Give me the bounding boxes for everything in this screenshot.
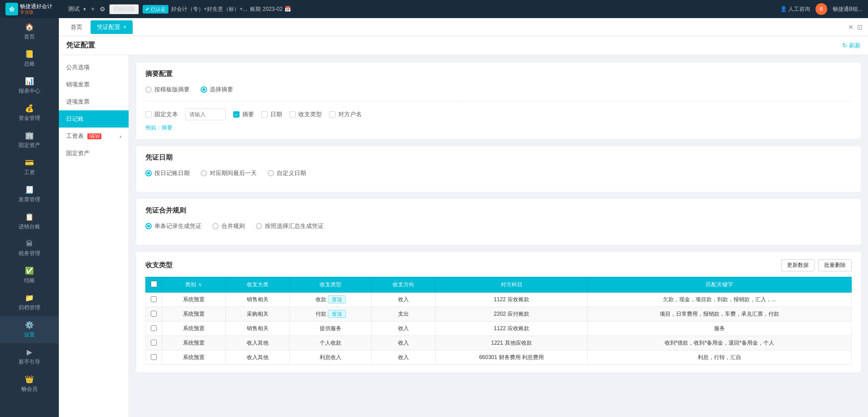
table-row: 系统预置 收入其他 利息收入 收入 660301 财务费用 利息费用 利息，行转… xyxy=(146,351,852,365)
header-icons: ＋ ⚙ xyxy=(90,5,106,13)
radio-merge-rule[interactable]: 合并规则 xyxy=(212,222,245,230)
checkbox-row: 固定文本 ✓ 摘要 日期 收支类型 xyxy=(145,109,852,120)
guide-icon: ▶ xyxy=(27,348,32,356)
left-menu-public[interactable]: 公共选项 xyxy=(59,59,129,76)
checkbox-fixed-text[interactable]: 固定文本 xyxy=(145,110,178,118)
add-icon[interactable]: ＋ xyxy=(90,5,96,13)
row-checkbox-4[interactable] xyxy=(151,340,157,346)
tab-close-window-icon[interactable]: ✕ xyxy=(848,24,854,31)
update-data-button[interactable]: 更新数据 xyxy=(781,259,815,271)
radio-circle-summary-gen xyxy=(256,223,262,229)
sidebar-item-tax[interactable]: 🏛 税务管理 xyxy=(0,235,59,262)
tab-voucher-config[interactable]: 凭证配置 × xyxy=(91,20,133,34)
radio-circle-merge xyxy=(212,223,219,229)
member-icon: 👑 xyxy=(25,375,34,384)
sidebar-item-purchase-sale[interactable]: 📋 进销台账 xyxy=(0,208,59,235)
purchase-sale-icon: 📋 xyxy=(25,213,34,221)
divider xyxy=(145,101,852,101)
left-menu-sales-invoice[interactable]: 销项发票 xyxy=(59,76,129,93)
sidebar-item-home[interactable]: 🏠 首页 xyxy=(0,18,59,45)
radio-custom-date[interactable]: 自定义日期 xyxy=(268,169,306,177)
table-row: 系统预置 销售相关 提供服务 收入 1122 应收账款 服务 xyxy=(146,322,852,336)
version-switch-button[interactable]: 切到旧版 xyxy=(109,4,139,14)
refresh-button[interactable]: ↻ 刷新 xyxy=(842,42,861,50)
left-menu-diary[interactable]: 日记账 xyxy=(59,110,129,128)
logo-icon: 会 xyxy=(5,3,18,15)
radio-circle-select xyxy=(201,86,207,93)
page-header: 凭证配置 ↻ 刷新 xyxy=(59,36,868,55)
income-title: 收支类型 xyxy=(145,261,173,270)
checkbox-counterpart-name[interactable]: 对方户名 xyxy=(329,110,362,118)
refresh-icon: ↻ xyxy=(842,42,847,49)
checkbox-summary[interactable]: ✓ 摘要 xyxy=(233,110,254,118)
sidebar-item-closing[interactable]: ✅ 结账 xyxy=(0,262,59,289)
username: 畅捷通B组... xyxy=(833,5,863,13)
salary-icon: 💳 xyxy=(25,158,34,167)
certified-badge: ✔ 已认证 xyxy=(143,5,168,14)
tab-home[interactable]: 首页 xyxy=(64,20,89,34)
fixed-text-input[interactable] xyxy=(185,109,226,120)
checkbox-box-date xyxy=(261,111,268,118)
table-row: 系统预置 收入其他 个人收款 收入 1221 其他应收款 收到*借款，收到*备用… xyxy=(146,336,852,351)
row-checkbox-2[interactable] xyxy=(151,311,157,317)
table-row: 系统预置 销售相关 收款 置顶 收入 1122 应收账款 欠款，现金，项目款，到… xyxy=(146,293,852,307)
logo-area: 会 畅捷通好会计 专业版 xyxy=(5,3,64,15)
table-header-type: 收支类型 xyxy=(290,277,372,293)
row-checkbox-1[interactable] xyxy=(151,296,157,302)
radio-circle-custom xyxy=(268,170,274,176)
closing-icon: ✅ xyxy=(25,266,34,275)
tab-close-icon[interactable]: × xyxy=(123,24,126,30)
radio-single-record[interactable]: 单条记录生成凭证 xyxy=(145,222,201,230)
row-checkbox-3[interactable] xyxy=(151,325,157,331)
radio-diary-date[interactable]: 按日记账日期 xyxy=(145,169,190,177)
dropdown-arrow-icon[interactable]: ▾ xyxy=(83,6,86,12)
sidebar-item-guide[interactable]: ▶ 新手引导 xyxy=(0,343,59,370)
sidebar-item-fixed-assets[interactable]: 🏢 固定资产 xyxy=(0,127,59,154)
left-menu-fixed-assets[interactable]: 固定资产 xyxy=(59,145,129,162)
page-title: 凭证配置 xyxy=(66,41,95,50)
sidebar-item-member[interactable]: 👑 畅会员 xyxy=(0,370,59,398)
sidebar-item-funds[interactable]: 💰 资金管理 xyxy=(0,100,59,127)
select-all-checkbox[interactable] xyxy=(151,281,157,287)
radio-select-summary[interactable]: 选择摘要 xyxy=(201,85,233,94)
header-tab[interactable]: 测试 xyxy=(68,5,80,13)
header-right: 👤 人工咨询 B 畅捷通B组... xyxy=(780,3,863,15)
income-btns: 更新数据 批量删除 xyxy=(781,259,852,271)
left-menu-purchase-invoice[interactable]: 进项发票 xyxy=(59,93,129,110)
voucher-date-title: 凭证日期 xyxy=(145,153,852,162)
settings-sidebar-icon: ⚙️ xyxy=(25,321,34,329)
radio-circle-template xyxy=(145,86,152,93)
main-layout: 🏠 首页 📒 总账 📊 报表中心 💰 资金管理 🏢 固定资产 💳 工资 🧾 发票… xyxy=(0,18,868,417)
sidebar-item-settings[interactable]: ⚙️ 设置 xyxy=(0,316,59,343)
radio-circle-single xyxy=(145,223,152,229)
left-menu-payroll[interactable]: 工资表 NEW › xyxy=(59,128,129,145)
radio-summary-generate[interactable]: 按照选择汇总生成凭证 xyxy=(256,222,324,230)
radio-template-summary[interactable]: 按模板版摘要 xyxy=(145,85,190,94)
fixed-assets-icon: 🏢 xyxy=(25,131,34,140)
tab-bar: 首页 凭证配置 × ✕ ⊡ xyxy=(59,18,868,36)
sidebar-item-salary[interactable]: 💳 工资 xyxy=(0,154,59,181)
settings-icon[interactable]: ⚙ xyxy=(100,5,106,13)
logo-text: 畅捷通好会计 专业版 xyxy=(20,3,53,15)
example-text: 例如：摘要 xyxy=(145,124,852,132)
tax-icon: 🏛 xyxy=(26,240,33,248)
row-checkbox-5[interactable] xyxy=(151,354,157,360)
top-tag-2[interactable]: 置顶 xyxy=(328,310,346,318)
radio-period-last-day[interactable]: 对应期间最后一天 xyxy=(201,169,257,177)
checkbox-date[interactable]: 日期 xyxy=(261,110,282,118)
service-button[interactable]: 👤 人工咨询 xyxy=(780,5,810,13)
table-header-checkbox xyxy=(146,277,162,293)
sidebar-item-archive[interactable]: 📁 归档管理 xyxy=(0,289,59,316)
ledger-icon: 📒 xyxy=(25,50,34,58)
top-tag-1[interactable]: 置顶 xyxy=(328,295,346,303)
checkbox-income-type[interactable]: 收支类型 xyxy=(289,110,322,118)
sidebar-item-ledger[interactable]: 📒 总账 xyxy=(0,45,59,72)
period-badge: 账期 2023-02 📅 xyxy=(250,5,291,13)
main-content: 摘要配置 按模板版摘要 选择摘要 xyxy=(129,55,868,417)
sidebar-item-reports[interactable]: 📊 报表中心 xyxy=(0,72,59,100)
checkbox-box-fixed xyxy=(145,111,152,118)
income-header: 收支类型 更新数据 批量删除 xyxy=(145,259,852,271)
sidebar-item-invoice[interactable]: 🧾 发票管理 xyxy=(0,181,59,208)
batch-delete-button[interactable]: 批量删除 xyxy=(818,259,852,271)
tab-maximize-icon[interactable]: ⊡ xyxy=(857,24,863,31)
